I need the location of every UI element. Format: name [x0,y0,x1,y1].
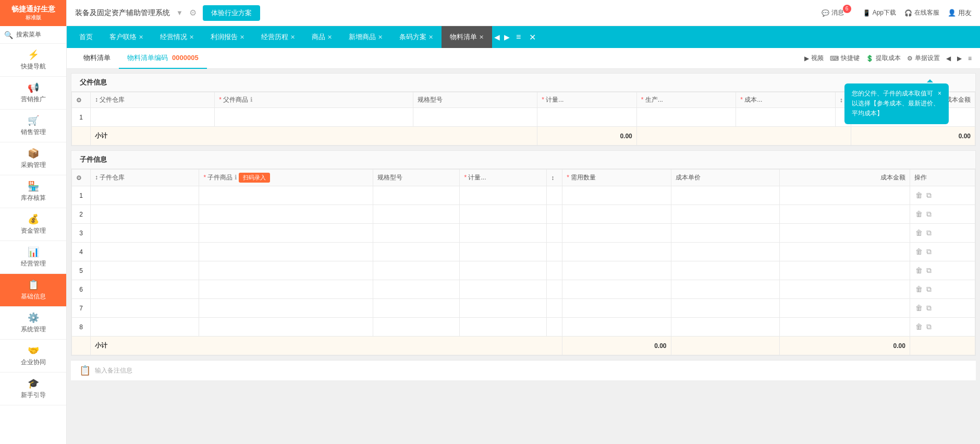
delete-icon[interactable]: 🗑 [915,285,923,293]
delete-icon[interactable]: 🗑 [915,191,923,199]
child-cost-price-cell[interactable] [671,224,779,243]
tab-profit[interactable]: 利润报告 ✕ [202,26,253,48]
child-qty-cell[interactable] [562,299,671,318]
tab-history[interactable]: 经营历程 ✕ [253,26,303,48]
child-warehouse-cell[interactable] [91,261,199,280]
child-spec-cell[interactable] [373,186,460,205]
user-menu[interactable]: 👤 用友 [948,8,972,18]
tab-customers[interactable]: 客户联络 ✕ [101,26,152,48]
child-unit-cell[interactable] [460,224,547,243]
delete-icon[interactable]: 🗑 [915,247,923,256]
sub-tab-bom-list[interactable]: 物料清单 [75,48,119,69]
dropdown-arrow[interactable]: ▼ [176,9,183,17]
copy-icon[interactable]: ⧉ [926,247,932,256]
child-qty-cell[interactable] [562,280,671,299]
child-spec-cell[interactable] [373,205,460,224]
parent-col-settings[interactable]: ⚙ [72,92,91,108]
child-qty-cell[interactable] [562,243,671,261]
child-qty-cell[interactable] [562,186,671,205]
child-product-cell[interactable] [199,243,373,261]
video-button[interactable]: ▶ 视频 [804,54,824,63]
child-cost-price-cell[interactable] [671,186,779,205]
child-product-cell[interactable] [199,224,373,243]
copy-icon[interactable]: ⧉ [926,322,932,331]
child-product-cell[interactable] [199,205,373,224]
sidebar-item-finance[interactable]: 💰 资金管理 [0,208,66,241]
child-spec-cell[interactable] [373,280,460,299]
delete-icon[interactable]: 🗑 [915,322,923,331]
child-warehouse-cell[interactable] [91,224,199,243]
tab-products-close[interactable]: ✕ [327,34,332,41]
parent-product-cell[interactable] [215,108,413,127]
settings-icon[interactable]: ⚙ [189,8,197,18]
child-warehouse-cell[interactable] [91,243,199,261]
copy-icon[interactable]: ⧉ [926,210,932,218]
sidebar-item-inventory[interactable]: 🏪 库存核算 [0,175,66,208]
child-product-cell[interactable] [199,261,373,280]
sidebar-item-marketing[interactable]: 📢 营销推广 [0,77,66,110]
delete-icon[interactable]: 🗑 [915,210,923,218]
tab-home[interactable]: 首页 [71,26,101,48]
tab-barcode-close[interactable]: ✕ [428,34,433,41]
child-product-cell[interactable] [199,186,373,205]
child-col-settings[interactable]: ⚙ [72,170,91,186]
toolbar-prev[interactable]: ◀ [946,55,951,62]
sidebar-item-purchase[interactable]: 📦 采购管理 [0,142,66,175]
child-warehouse-cell[interactable] [91,318,199,337]
tab-operations-close[interactable]: ✕ [189,34,194,41]
sidebar-search[interactable]: 🔍 搜索菜单 [0,26,66,44]
child-cost-price-cell[interactable] [671,243,779,261]
child-unit-cell[interactable] [460,261,547,280]
tab-bom[interactable]: 物料清单 ✕ [442,26,492,48]
nav-close-all[interactable]: ≡ [512,32,525,42]
child-qty-cell[interactable] [562,318,671,337]
child-spec-cell[interactable] [373,261,460,280]
child-unit-cell[interactable] [460,205,547,224]
child-product-cell[interactable] [199,299,373,318]
cost-button[interactable]: 💲 提取成本 [866,54,901,63]
service-button[interactable]: 🎧 在线客服 [904,8,939,17]
sidebar-item-enterprise[interactable]: 🤝 企业协同 [0,340,66,373]
child-product-cell[interactable] [199,280,373,299]
parent-spec-cell[interactable] [413,108,537,127]
delete-icon[interactable]: 🗑 [915,229,923,237]
tab-profit-close[interactable]: ✕ [240,34,244,41]
sidebar-item-system[interactable]: ⚙️ 系统管理 [0,307,66,340]
child-warehouse-cell[interactable] [91,299,199,318]
child-qty-cell[interactable] [562,224,671,243]
child-qty-cell[interactable] [562,261,671,280]
child-warehouse-cell[interactable] [91,280,199,299]
child-unit-cell[interactable] [460,280,547,299]
tab-customers-close[interactable]: ✕ [139,34,143,41]
child-cost-price-cell[interactable] [671,318,779,337]
copy-icon[interactable]: ⧉ [926,191,932,199]
child-warehouse-cell[interactable] [91,186,199,205]
tab-new-products[interactable]: 新增商品 ✕ [340,26,391,48]
parent-warehouse-cell[interactable] [91,108,215,127]
child-warehouse-cell[interactable] [91,205,199,224]
delete-icon[interactable]: 🗑 [915,266,923,274]
parent-unit-cell[interactable] [537,108,637,127]
sidebar-item-sales[interactable]: 🛒 销售管理 [0,110,66,142]
nav-fullscreen[interactable]: ✕ [525,32,540,42]
child-cost-price-cell[interactable] [671,280,779,299]
child-spec-cell[interactable] [373,243,460,261]
copy-icon[interactable]: ⧉ [926,304,932,312]
sidebar-item-basic-info[interactable]: 📋 基础信息 [0,274,66,307]
shortcut-button[interactable]: ⌨ 快捷键 [830,54,860,63]
trial-button[interactable]: 体验行业方案 [203,5,260,21]
tab-products[interactable]: 商品 ✕ [303,26,340,48]
sidebar-item-quick-nav[interactable]: ⚡ 快捷导航 [0,44,66,77]
nav-prev[interactable]: ◀ [492,33,502,41]
nav-next[interactable]: ▶ [502,33,512,41]
child-cost-price-cell[interactable] [671,299,779,318]
tab-barcode[interactable]: 条码方案 ✕ [391,26,442,48]
child-spec-cell[interactable] [373,224,460,243]
child-qty-cell[interactable] [562,205,671,224]
message-button[interactable]: 💬 消息 6 [822,8,854,17]
copy-icon[interactable]: ⧉ [926,229,932,237]
sidebar-item-operations[interactable]: 📊 经营管理 [0,241,66,274]
child-unit-cell[interactable] [460,318,547,337]
child-unit-cell[interactable] [460,299,547,318]
delete-icon[interactable]: 🗑 [915,304,923,312]
